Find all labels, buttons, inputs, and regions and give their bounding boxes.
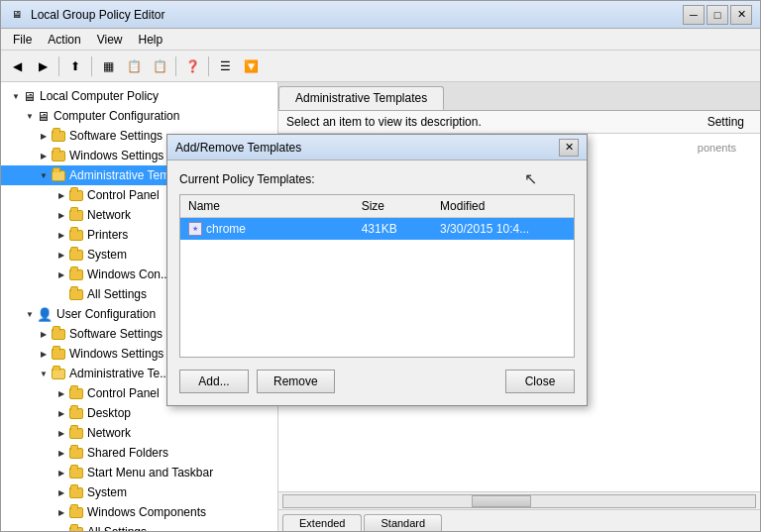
dialog-content: Current Policy Templates: Name Size Modi…	[167, 160, 587, 405]
tree-label-ucp: Control Panel	[87, 386, 160, 400]
tree-arrow-ws: ▶	[37, 149, 51, 162]
folder-icon-uas	[68, 525, 84, 531]
tree-label-usys: System	[87, 485, 127, 499]
tree-label-root: Local Computer Policy	[40, 89, 159, 103]
tree-label-sf: Shared Folders	[87, 446, 168, 460]
h-scrollbar-track[interactable]	[282, 494, 756, 508]
menu-view[interactable]: View	[89, 31, 131, 49]
tree-root[interactable]: ▼ 🖥 Local Computer Policy	[1, 86, 277, 106]
tree-arrow-nw: ▶	[54, 208, 68, 222]
toolbar-filter[interactable]: 🔽	[239, 54, 263, 78]
tree-label-as: All Settings	[87, 287, 147, 301]
tree-shared-folders[interactable]: ▶ Shared Folders	[1, 443, 277, 463]
menu-action[interactable]: Action	[40, 31, 88, 49]
chrome-name-cell: ★ chrome	[180, 220, 354, 238]
dialog-title-bar: Add/Remove Templates ✕	[167, 135, 587, 160]
tree-arrow-cc: ▼	[23, 109, 37, 123]
tab-standard[interactable]: Standard	[364, 514, 442, 531]
dialog-list[interactable]: Name Size Modified ★ chrome 431KB 3/30/2…	[179, 194, 575, 358]
description-text: Select an item to view its description.	[286, 115, 707, 129]
tree-arrow-sys: ▶	[54, 248, 68, 262]
add-remove-dialog[interactable]: Add/Remove Templates ✕ Current Policy Te…	[166, 134, 588, 406]
menu-help[interactable]: Help	[131, 31, 171, 49]
toolbar-paste[interactable]: 📋	[148, 54, 171, 78]
tree-arrow-us: ▶	[37, 327, 51, 341]
tree-label-uc: User Configuration	[56, 307, 156, 321]
status-bar: Extended Standard	[278, 509, 760, 531]
close-button-dialog[interactable]: Close	[505, 370, 575, 393]
tree-arrow-uc: ▼	[23, 307, 37, 321]
tree-start-menu[interactable]: ▶ Start Menu and Taskbar	[1, 463, 277, 482]
tree-label-uwc: Windows Components	[87, 505, 206, 519]
toolbar-up[interactable]: ⬆	[63, 54, 87, 78]
toolbar-show-hide[interactable]: ▦	[96, 54, 120, 78]
scrollbar-area[interactable]	[278, 491, 760, 509]
toolbar-forward[interactable]: ▶	[31, 54, 54, 78]
window-title: Local Group Policy Editor	[31, 8, 683, 22]
close-button[interactable]: ✕	[730, 5, 752, 25]
dialog-btn-group-left: Add... Remove	[179, 370, 335, 393]
tab-extended[interactable]: Extended	[282, 514, 362, 531]
folder-icon-wc	[68, 267, 84, 281]
minimize-button[interactable]: ─	[683, 5, 705, 25]
dialog-close-x[interactable]: ✕	[559, 139, 579, 157]
tree-label-cc: Computer Configuration	[54, 109, 179, 123]
maximize-button[interactable]: □	[707, 5, 728, 25]
dialog-buttons: Add... Remove Close	[179, 370, 575, 393]
folder-icon-at	[51, 168, 66, 182]
tree-user-network[interactable]: ▶ Network	[1, 423, 277, 443]
col-size[interactable]: Size	[354, 197, 432, 215]
tree-label-pr: Printers	[87, 228, 128, 242]
tree-user-desktop[interactable]: ▶ Desktop	[1, 403, 277, 423]
tree-user-wc[interactable]: ▶ Windows Components	[1, 502, 277, 522]
tree-arrow-pr: ▶	[54, 228, 68, 242]
dialog-list-header: Name Size Modified	[180, 195, 574, 218]
window-icon: 🖥	[9, 7, 25, 23]
toolbar-copy[interactable]: 📋	[122, 54, 146, 78]
toolbar-view[interactable]: ☰	[213, 54, 237, 78]
folder-icon-sm	[68, 466, 84, 479]
chrome-file-icon: ★	[188, 222, 202, 236]
folder-icon-un	[68, 426, 84, 440]
folder-icon-us	[51, 327, 66, 341]
folder-icon-ua	[51, 367, 66, 380]
chrome-modified: 3/30/2015 10:4...	[432, 220, 574, 238]
col-name[interactable]: Name	[180, 197, 354, 215]
tree-arrow-un: ▶	[54, 426, 68, 440]
chrome-size: 431KB	[354, 220, 432, 238]
folder-icon-cp	[68, 188, 84, 202]
tree-arrow-usys: ▶	[54, 485, 68, 499]
folder-icon-pr	[68, 228, 84, 242]
tree-label-sm: Start Menu and Taskbar	[87, 466, 213, 479]
tree-user-all[interactable]: ▶ All Settings	[1, 522, 277, 531]
toolbar-sep-2	[91, 56, 92, 76]
add-button[interactable]: Add...	[179, 370, 249, 393]
folder-icon-uw	[51, 347, 66, 361]
dialog-title: Add/Remove Templates	[175, 141, 559, 155]
tree-arrow-root: ▼	[9, 89, 23, 103]
tab-bar: Administrative Templates	[278, 82, 760, 111]
folder-icon-sf	[68, 446, 84, 460]
tab-admin-templates[interactable]: Administrative Templates	[278, 86, 444, 110]
list-item-chrome[interactable]: ★ chrome 431KB 3/30/2015 10:4...	[180, 218, 574, 240]
folder-icon-as	[68, 287, 84, 301]
chrome-name: chrome	[206, 222, 246, 236]
toolbar-back[interactable]: ◀	[5, 54, 29, 78]
menu-file[interactable]: File	[5, 31, 40, 49]
tree-label-ud: Desktop	[87, 406, 131, 420]
h-scrollbar-thumb[interactable]	[472, 495, 531, 507]
folder-icon-ss	[51, 129, 66, 143]
tree-computer-config[interactable]: ▼ 🖥 Computer Configuration	[1, 106, 277, 126]
toolbar-help[interactable]: ❓	[180, 54, 204, 78]
uc-icon: 👤	[37, 307, 53, 322]
tree-arrow-sf: ▶	[54, 446, 68, 460]
remove-button[interactable]: Remove	[257, 370, 335, 393]
toolbar-sep-1	[58, 56, 59, 76]
tree-label-wc: Windows Con...	[87, 267, 170, 281]
tree-user-system[interactable]: ▶ System	[1, 482, 277, 502]
computer-icon: 🖥	[23, 89, 36, 104]
cc-icon: 🖥	[37, 109, 50, 124]
folder-icon-uwc	[68, 505, 84, 519]
col-modified[interactable]: Modified	[432, 197, 574, 215]
toolbar-sep-4	[208, 56, 209, 76]
